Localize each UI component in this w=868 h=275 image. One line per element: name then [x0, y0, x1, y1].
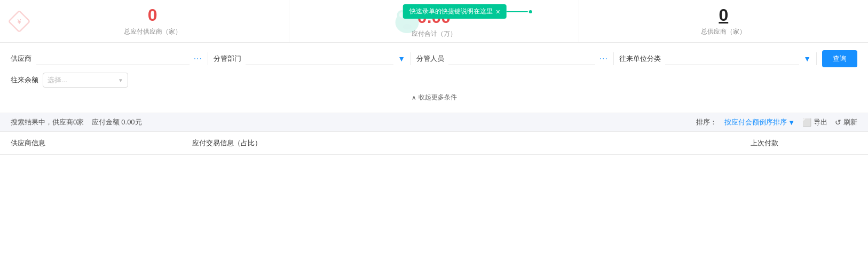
- stat-payable-total: 快速录单的快捷键说明在这里 × 0.00 应付合计（万）: [289, 0, 579, 42]
- filter-manager: 分管人员 ···: [411, 52, 614, 65]
- refresh-icon: ↺: [835, 118, 841, 127]
- collapse-icon: ∧: [412, 94, 416, 101]
- supplier-dots[interactable]: ···: [194, 54, 202, 64]
- th-transaction-info: 应付交易信息（占比）: [192, 138, 751, 148]
- department-dropdown[interactable]: ▼: [398, 54, 405, 63]
- refresh-button[interactable]: ↺ 刷新: [835, 117, 857, 127]
- balance-label: 往来余额: [11, 75, 38, 85]
- sort-value: 按应付会额倒序排序: [724, 117, 787, 127]
- diamond-icon: ¥: [7, 10, 31, 33]
- total-suppliers-label: 总供应商（家）: [701, 27, 746, 36]
- sort-select[interactable]: 按应付会额倒序排序 ▼: [724, 117, 795, 127]
- supplier-input[interactable]: [36, 52, 190, 65]
- tooltip-close[interactable]: ×: [496, 8, 500, 15]
- export-button[interactable]: ⬜ 导出: [802, 117, 827, 127]
- filter-row-1: 供应商 ··· 分管部门 ▼ 分管人员 ··· 往来单位分类 ▼ 查询: [11, 50, 857, 67]
- export-label: 导出: [814, 117, 827, 127]
- manager-label: 分管人员: [416, 54, 444, 64]
- unit-class-label: 往来单位分类: [619, 54, 661, 64]
- balance-chevron: ▼: [118, 77, 123, 83]
- supplier-label: 供应商: [11, 54, 32, 64]
- unit-class-input[interactable]: [665, 52, 799, 65]
- collapse-button[interactable]: ∧ 收起更多条件: [399, 91, 469, 104]
- payable-suppliers-label: 总应付供应商（家）: [124, 27, 182, 36]
- stat-payable-suppliers: ¥ 0 总应付供应商（家）: [0, 0, 289, 42]
- result-actions: 排序： 按应付会额倒序排序 ▼ ⬜ 导出 ↺ 刷新: [696, 117, 857, 127]
- filter-department: 分管部门 ▼: [208, 52, 411, 65]
- stat-total-suppliers: 0 总供应商（家）: [579, 0, 868, 42]
- svg-point-7: [403, 24, 412, 29]
- manager-input[interactable]: [448, 52, 595, 65]
- unit-class-dropdown[interactable]: ▼: [803, 54, 811, 63]
- result-bar: 搜索结果中，供应商0家 应付金额 0.00元 排序： 按应付会额倒序排序 ▼ ⬜…: [0, 113, 868, 132]
- sort-label: 排序：: [696, 117, 717, 127]
- sort-chevron: ▼: [788, 119, 795, 127]
- result-summary: 搜索结果中，供应商0家 应付金额 0.00元: [11, 117, 142, 127]
- filter-area: 供应商 ··· 分管部门 ▼ 分管人员 ··· 往来单位分类 ▼ 查询 往来余额…: [0, 43, 868, 113]
- tooltip-bubble: 快速录单的快捷键说明在这里 ×: [403, 4, 507, 19]
- svg-text:¥: ¥: [17, 18, 21, 26]
- balance-placeholder: 选择...: [48, 75, 67, 85]
- payable-suppliers-value: 0: [148, 6, 157, 25]
- result-text: 搜索结果中，供应商0家: [11, 118, 84, 126]
- search-button[interactable]: 查询: [822, 50, 857, 67]
- export-icon: ⬜: [802, 118, 811, 127]
- manager-dots[interactable]: ···: [599, 54, 608, 64]
- th-last-payment: 上次付款: [751, 138, 857, 148]
- filter-unit-class: 往来单位分类 ▼: [614, 52, 817, 65]
- stats-bar: ¥ 0 总应付供应商（家） 快速录单的快捷键说明在这里 × 0.00 应付合计（…: [0, 0, 868, 43]
- balance-select[interactable]: 选择... ▼: [43, 73, 128, 88]
- total-suppliers-value: 0: [719, 6, 728, 25]
- filter-supplier: 供应商 ···: [11, 52, 208, 65]
- collapse-text: 收起更多条件: [419, 93, 457, 102]
- tooltip-dot: [528, 9, 533, 14]
- th-supplier-info: 供应商信息: [11, 138, 192, 148]
- department-input[interactable]: [246, 52, 393, 65]
- result-amount: 应付金额 0.00元: [92, 118, 142, 126]
- table-header: 供应商信息 应付交易信息（占比） 上次付款: [0, 132, 868, 155]
- department-label: 分管部门: [214, 54, 241, 64]
- filter-row-2: 往来余额 选择... ▼: [11, 73, 857, 88]
- table-body: [0, 155, 868, 275]
- refresh-label: 刷新: [843, 117, 857, 127]
- tooltip-text: 快速录单的快捷键说明在这里: [409, 7, 493, 16]
